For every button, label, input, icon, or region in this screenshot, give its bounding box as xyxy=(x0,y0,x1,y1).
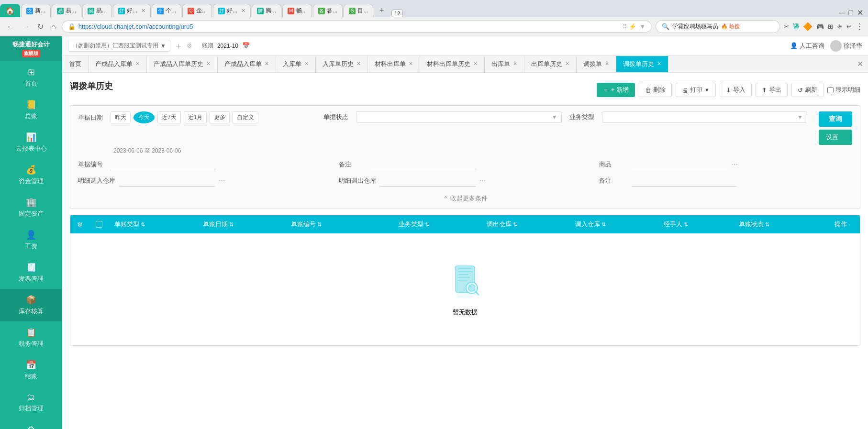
page-tab-6[interactable]: 材料出库单 ✕ xyxy=(368,56,420,72)
filter-inwh-more[interactable]: ··· xyxy=(219,176,225,185)
close-all-tabs-button[interactable]: ✕ xyxy=(852,55,868,72)
tab-close-pt4[interactable]: ✕ xyxy=(304,61,309,67)
browser-tab-7[interactable]: 好 好... ✕ xyxy=(213,4,251,17)
tab-close-pt8[interactable]: ✕ xyxy=(513,61,517,67)
sidebar-logo[interactable]: 畅捷通好会计 旗舰版 xyxy=(0,36,62,61)
address-dropdown[interactable]: ▼ xyxy=(639,23,645,30)
page-tab-5[interactable]: 入库单历史 ✕ xyxy=(316,56,368,72)
th-doc-number[interactable]: 单账编号 ⇅ xyxy=(285,215,393,233)
address-bar[interactable]: 🔒 https://cloud.chanjet.com/accounting/u… xyxy=(62,21,652,33)
import-button[interactable]: ⬇ 导入 xyxy=(720,83,752,97)
th-gear[interactable]: ⚙ xyxy=(70,216,89,233)
sidebar-item-home[interactable]: ⊞ 首页 xyxy=(0,61,62,94)
browser-tab-logo[interactable]: 🏠 xyxy=(0,4,20,17)
page-tab-7[interactable]: 材料出库单历史 ✕ xyxy=(420,56,485,72)
browser-tab-5[interactable]: 个 个... xyxy=(152,4,181,17)
th-in-wh[interactable]: 调入仓库 ⇅ xyxy=(569,215,658,233)
service-button[interactable]: 👤 人工咨询 xyxy=(790,42,824,50)
avatar[interactable]: 徐泽华 xyxy=(830,40,862,52)
select-all-checkbox[interactable] xyxy=(96,221,102,228)
forward-button[interactable]: → xyxy=(20,22,32,32)
th-check[interactable] xyxy=(89,216,109,232)
sidebar-item-tax[interactable]: 📋 税务管理 xyxy=(0,321,62,354)
close-window-button[interactable]: ✕ xyxy=(857,8,863,17)
sidebar-item-wages[interactable]: 👤 工资 xyxy=(0,224,62,256)
week-btn[interactable]: 近7天 xyxy=(157,111,181,123)
new-tab-button[interactable]: ＋ xyxy=(374,3,389,17)
more-btn[interactable]: 更多 xyxy=(210,111,230,123)
page-tab-3[interactable]: 产成品入库单 ✕ xyxy=(218,56,276,72)
month-btn[interactable]: 近1月 xyxy=(184,111,207,123)
browser-tab-11[interactable]: S 目... xyxy=(344,4,373,17)
display-checkbox[interactable] xyxy=(827,87,834,93)
minimize-button[interactable]: ─ xyxy=(839,9,845,17)
home-button[interactable]: ⌂ xyxy=(49,22,58,32)
th-biz-type[interactable]: 业务类型 ⇅ xyxy=(393,215,481,233)
sidebar-item-assets[interactable]: 🏢 固定资产 xyxy=(0,191,62,224)
display-toggle[interactable]: 显示明细 xyxy=(827,86,860,94)
scissors-icon[interactable]: ✂ xyxy=(784,23,789,30)
theme-icon[interactable]: ☀ xyxy=(837,23,843,30)
page-tab-2[interactable]: 产成品入库单历史 ✕ xyxy=(147,56,218,72)
sidebar-item-funds[interactable]: 💰 资金管理 xyxy=(0,159,62,191)
maximize-button[interactable]: □ xyxy=(848,9,853,17)
browser-tab-4[interactable]: 好 好... ✕ xyxy=(113,4,151,17)
tab-close-pt11[interactable]: ✕ xyxy=(657,61,661,67)
refresh-button[interactable]: ↻ xyxy=(35,21,45,32)
company-selector[interactable]: （勿删勿禁用）江西服宝测试专用 ▼ xyxy=(68,40,170,52)
th-status[interactable]: 单账状态 ⇅ xyxy=(733,215,822,233)
query-button[interactable]: 查询 xyxy=(819,111,852,127)
tab-close-pt3[interactable]: ✕ xyxy=(265,61,269,67)
browser-tab-1[interactable]: 文 新... xyxy=(21,4,51,17)
print-button[interactable]: 🖨 打印 ▼ xyxy=(676,83,716,97)
filter-biztype-select[interactable]: ▼ xyxy=(602,111,807,123)
th-doc-type[interactable]: 单账类型 ⇅ xyxy=(109,215,197,233)
tab-close-7[interactable]: ✕ xyxy=(241,8,245,14)
tab-close-pt1[interactable]: ✕ xyxy=(135,61,140,67)
tab-close-pt6[interactable]: ✕ xyxy=(409,61,413,67)
filter-remark-input[interactable] xyxy=(371,159,477,170)
sidebar-item-ledger[interactable]: 📒 总账 xyxy=(0,94,62,126)
tab-close-pt10[interactable]: ✕ xyxy=(605,61,609,67)
undo-icon[interactable]: ↩ xyxy=(846,23,852,30)
page-tab-9[interactable]: 出库单历史 ✕ xyxy=(524,56,577,72)
delete-button[interactable]: 🗑 删除 xyxy=(639,83,672,97)
refresh-button-toolbar[interactable]: ↺ 刷新 xyxy=(791,83,823,97)
sidebar-item-invoices[interactable]: 🧾 发票管理 xyxy=(0,256,62,289)
tab-close-pt5[interactable]: ✕ xyxy=(356,61,361,67)
calendar-icon[interactable]: 📅 xyxy=(242,42,250,49)
tab-close-pt7[interactable]: ✕ xyxy=(473,61,478,67)
sidebar-item-reports[interactable]: 📊 云报表中心 xyxy=(0,126,62,159)
menu-icon[interactable]: ⋮ xyxy=(856,22,863,31)
browser-tab-3[interactable]: 易 易... xyxy=(82,4,112,17)
tab-close-pt2[interactable]: ✕ xyxy=(206,61,211,67)
add-company-button[interactable]: ＋ xyxy=(174,40,183,52)
page-tab-8[interactable]: 出库单 ✕ xyxy=(485,56,524,72)
filter-status-select[interactable]: ▼ xyxy=(356,111,561,123)
page-tab-10[interactable]: 调拨单 ✕ xyxy=(577,56,616,72)
browser-tab-8[interactable]: 腾 腾... xyxy=(252,4,281,17)
translate-icon[interactable]: 译 xyxy=(793,22,799,31)
sidebar-item-close[interactable]: 📅 结账 xyxy=(0,354,62,386)
page-tab-4[interactable]: 入库单 ✕ xyxy=(276,56,316,72)
settings-gear-icon[interactable]: ⚙ xyxy=(187,42,192,49)
filter-number-input[interactable] xyxy=(111,159,216,170)
coin-icon[interactable]: 🔶 xyxy=(803,22,812,31)
today-btn[interactable]: 今天 xyxy=(134,111,155,123)
th-handler[interactable]: 经手人 ⇅ xyxy=(658,215,734,233)
filter-goods-input[interactable] xyxy=(632,159,727,170)
th-doc-date[interactable]: 单账日期 ⇅ xyxy=(197,215,286,233)
filter-note-input[interactable] xyxy=(632,175,737,187)
game-icon[interactable]: 🎮 xyxy=(816,23,824,30)
tab-close-pt9[interactable]: ✕ xyxy=(565,61,569,67)
filter-outwh-more[interactable]: ··· xyxy=(479,176,486,185)
page-tab-home[interactable]: 首页 xyxy=(62,56,89,72)
filter-outwh-input[interactable] xyxy=(380,175,476,187)
export-button[interactable]: ⬆ 导出 xyxy=(756,83,788,97)
filter-inwh-input[interactable] xyxy=(119,175,215,187)
page-tab-1[interactable]: 产成品入库单 ✕ xyxy=(89,56,147,72)
browser-tab-10[interactable]: 各 各... xyxy=(313,4,343,17)
browser-tab-2[interactable]: 易 易... xyxy=(52,4,81,17)
sidebar-item-archive[interactable]: 🗂 归档管理 xyxy=(0,386,62,418)
filter-goods-more[interactable]: ··· xyxy=(731,160,737,169)
